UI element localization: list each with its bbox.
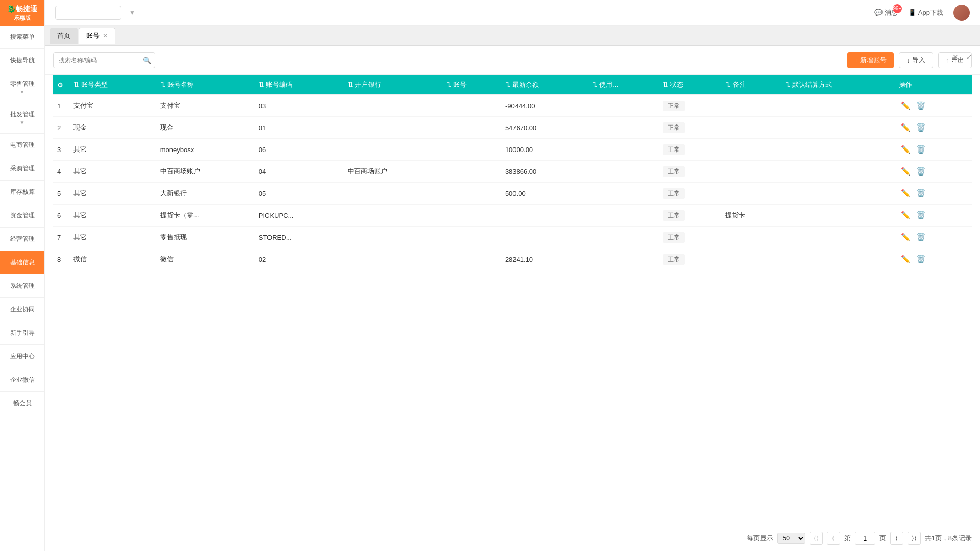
sidebar-item-system[interactable]: 系统管理: [0, 274, 44, 298]
cell-note: [721, 183, 780, 205]
settings-col-header[interactable]: ⚙: [53, 75, 69, 95]
cell-default-payment: [781, 205, 895, 227]
col-default-payment[interactable]: ⇅ 默认结算方式: [781, 75, 895, 95]
search-input[interactable]: [53, 52, 155, 68]
page-input[interactable]: [855, 532, 875, 545]
import-button[interactable]: ↓ 导入: [899, 52, 933, 68]
sidebar-item-quick-nav[interactable]: 快捷导航: [0, 49, 44, 72]
sidebar-item-search[interactable]: 搜索菜单: [0, 26, 44, 49]
edit-button[interactable]: ✏️: [899, 144, 913, 155]
cell-status: 正常: [658, 117, 721, 139]
col-status[interactable]: ⇅ 状态: [658, 75, 721, 95]
edit-button[interactable]: ✏️: [899, 122, 913, 133]
cell-bank: [344, 95, 442, 117]
prev-page-button[interactable]: ⟨: [827, 532, 840, 545]
cell-account: [442, 227, 501, 248]
col-actions: 操作: [895, 75, 972, 95]
cell-usage: [588, 139, 659, 161]
sidebar-item-member[interactable]: 畅会员: [0, 392, 44, 415]
cell-usage: [588, 161, 659, 183]
main-area: ▼ 💬 消息 99+ 📱 App下载 首页 账号 ✕ ✕: [45, 0, 980, 551]
col-type[interactable]: ⇅ 账号类型: [69, 75, 156, 95]
edit-button[interactable]: ✏️: [899, 232, 913, 243]
top-search-input[interactable]: [55, 6, 121, 20]
cell-balance: 500.00: [501, 183, 588, 205]
delete-button[interactable]: 🗑️: [914, 144, 928, 155]
delete-button[interactable]: 🗑️: [914, 188, 928, 199]
tab-home[interactable]: 首页: [50, 28, 78, 44]
edit-button[interactable]: ✏️: [899, 166, 913, 177]
chevron-down-icon: ▼: [20, 89, 25, 95]
edit-button[interactable]: ✏️: [899, 254, 913, 265]
cell-code: 01: [255, 117, 344, 139]
sidebar-item-purchase[interactable]: 采购管理: [0, 157, 44, 181]
cell-status: 正常: [658, 227, 721, 248]
cell-balance: 547670.00: [501, 117, 588, 139]
page-content: ✕ ⤢ 🔍 + 新增账号 ↓ 导入 ↑ 导出: [45, 46, 980, 551]
sidebar-item-basic-info[interactable]: 基础信息: [0, 251, 44, 274]
cell-actions: ✏️ 🗑️: [895, 117, 972, 139]
delete-button[interactable]: 🗑️: [914, 100, 928, 111]
col-name[interactable]: ⇅ 账号名称: [156, 75, 255, 95]
cell-name: 中百商场账户: [156, 161, 255, 183]
sidebar-item-finance[interactable]: 资金管理: [0, 204, 44, 228]
edit-button[interactable]: ✏️: [899, 100, 913, 111]
tab-account[interactable]: 账号 ✕: [79, 28, 115, 44]
edit-button[interactable]: ✏️: [899, 210, 913, 221]
close-page-button[interactable]: ✕: [950, 51, 961, 62]
col-note[interactable]: ⇅ 备注: [721, 75, 780, 95]
sidebar-item-app-center[interactable]: 应用中心: [0, 345, 44, 368]
first-page-button[interactable]: ⟨⟨: [810, 532, 823, 545]
user-avatar[interactable]: [953, 5, 970, 21]
cell-bank: [344, 227, 442, 248]
sidebar-item-enterprise[interactable]: 企业协同: [0, 298, 44, 321]
tab-home-label: 首页: [57, 31, 70, 40]
page-controls: ✕ ⤢: [950, 51, 975, 62]
col-account[interactable]: ⇅ 账号: [442, 75, 501, 95]
cell-status: 正常: [658, 205, 721, 227]
expand-page-button[interactable]: ⤢: [964, 51, 975, 62]
sidebar-item-ecommerce[interactable]: 电商管理: [0, 134, 44, 157]
cell-bank: [344, 117, 442, 139]
tab-close-button[interactable]: ✕: [103, 32, 108, 39]
cell-code: 04: [255, 161, 344, 183]
cell-name: 零售抵现: [156, 227, 255, 248]
col-usage[interactable]: ⇅ 使用...: [588, 75, 659, 95]
sidebar-item-operations[interactable]: 经营管理: [0, 228, 44, 251]
message-badge: 99+: [893, 4, 902, 13]
cell-index: 1: [53, 95, 69, 117]
col-balance[interactable]: ⇅ 最新余额: [501, 75, 588, 95]
toolbar: 🔍 + 新增账号 ↓ 导入 ↑ 导出: [45, 46, 980, 75]
cell-code: 03: [255, 95, 344, 117]
per-page-select[interactable]: 50 100 200: [777, 533, 805, 544]
cell-status: 正常: [658, 183, 721, 205]
sidebar-item-inventory[interactable]: 库存核算: [0, 181, 44, 204]
cell-index: 5: [53, 183, 69, 205]
table-row: 3 其它 moneybosx 06 10000.00 正常 ✏️ 🗑️: [53, 139, 972, 161]
sidebar-item-wechat-work[interactable]: 企业微信: [0, 368, 44, 392]
sidebar-item-retail[interactable]: 零售管理 ▼: [0, 72, 44, 103]
sidebar-item-guide[interactable]: 新手引导: [0, 321, 44, 345]
search-icon[interactable]: 🔍: [143, 57, 151, 64]
col-code[interactable]: ⇅ 账号编码: [255, 75, 344, 95]
last-page-button[interactable]: ⟩⟩: [908, 532, 921, 545]
cell-code: 02: [255, 248, 344, 270]
delete-button[interactable]: 🗑️: [914, 210, 928, 221]
mobile-icon: 📱: [908, 9, 916, 16]
message-button[interactable]: 💬 消息 99+: [874, 8, 898, 17]
next-page-button[interactable]: ⟩: [890, 532, 903, 545]
table-row: 4 其它 中百商场账户 04 中百商场账户 383866.00 正常 ✏️ 🗑️: [53, 161, 972, 183]
delete-button[interactable]: 🗑️: [914, 232, 928, 243]
cell-actions: ✏️ 🗑️: [895, 205, 972, 227]
per-page-label: 每页显示: [747, 534, 773, 543]
delete-button[interactable]: 🗑️: [914, 254, 928, 265]
cell-account: [442, 205, 501, 227]
sidebar-item-wholesale[interactable]: 批发管理 ▼: [0, 103, 44, 134]
delete-button[interactable]: 🗑️: [914, 166, 928, 177]
col-bank[interactable]: ⇅ 开户银行: [344, 75, 442, 95]
sidebar: 🐉畅捷通 乐惠版 搜索菜单 快捷导航 零售管理 ▼ 批发管理 ▼ 电商管理 采购…: [0, 0, 45, 551]
add-account-button[interactable]: + 新增账号: [847, 52, 894, 68]
app-download-button[interactable]: 📱 App下载: [908, 8, 943, 17]
delete-button[interactable]: 🗑️: [914, 122, 928, 133]
edit-button[interactable]: ✏️: [899, 188, 913, 199]
